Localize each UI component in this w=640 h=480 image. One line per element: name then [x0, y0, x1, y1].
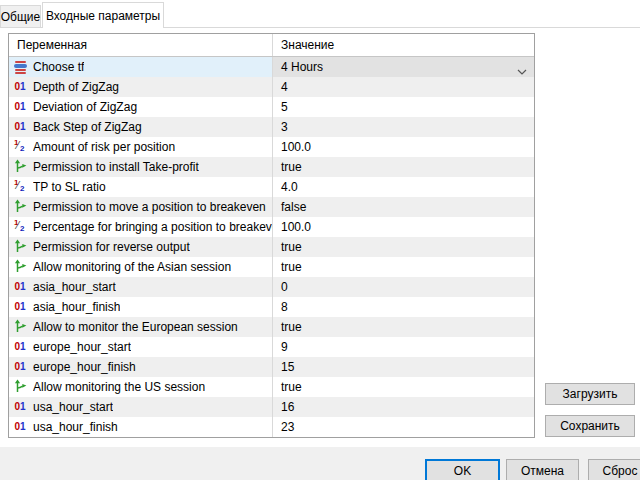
parameter-name: Allow to monitor the European session — [33, 320, 238, 334]
table-row[interactable]: Permission to move a position to breakev… — [9, 197, 534, 217]
parameter-name-cell: 1⁄2 Percentage for bringing a position t… — [9, 217, 273, 237]
parameter-value: 0 — [281, 280, 288, 294]
parameter-value-cell[interactable]: 4.0 — [273, 177, 534, 197]
parameter-name-cell: 01 Back Step of ZigZag — [9, 117, 273, 137]
parameter-name-cell: 01 Deviation of ZigZag — [9, 97, 273, 117]
parameter-value-cell[interactable]: 15 — [273, 357, 534, 377]
chevron-down-icon[interactable] — [517, 64, 527, 77]
table-row[interactable]: Permission to install Take-profit true — [9, 157, 534, 177]
parameter-value-cell[interactable]: 5 — [273, 97, 534, 117]
column-header-value: Значение — [273, 34, 534, 56]
parameter-value: 16 — [281, 400, 294, 414]
parameter-name: europe_hour_finish — [33, 360, 136, 374]
parameter-value-cell[interactable]: 9 — [273, 337, 534, 357]
table-row[interactable]: 01 usa_hour_start 16 — [9, 397, 534, 417]
double-parameter-icon: 1⁄2 — [13, 140, 27, 154]
table-row[interactable]: 01 Back Step of ZigZag 3 — [9, 117, 534, 137]
parameter-name: Back Step of ZigZag — [33, 120, 142, 134]
parameter-name-cell: 01 europe_hour_finish — [9, 357, 273, 377]
load-button[interactable]: Загрузить — [545, 383, 635, 405]
table-row[interactable]: 01 usa_hour_finish 23 — [9, 417, 534, 437]
parameter-name-cell: Allow monitoring the US session — [9, 377, 273, 397]
tab-strip: Общие Входные параметры — [0, 0, 640, 28]
table-row[interactable]: 01 asia_hour_start 0 — [9, 277, 534, 297]
parameter-value-cell[interactable]: 0 — [273, 277, 534, 297]
cancel-button[interactable]: Отмена — [506, 459, 579, 480]
integer-parameter-icon: 01 — [14, 422, 25, 432]
parameter-name-cell: 01 asia_hour_start — [9, 277, 273, 297]
tab-input-parameters[interactable]: Входные параметры — [42, 2, 164, 28]
column-header-variable: Переменная — [9, 34, 273, 56]
parameter-value-cell[interactable]: 100.0 — [273, 217, 534, 237]
parameter-value-cell[interactable]: 8 — [273, 297, 534, 317]
enum-parameter-icon — [14, 61, 27, 74]
save-button[interactable]: Сохранить — [545, 415, 635, 437]
table-row[interactable]: 1⁄2 TP to SL ratio 4.0 — [9, 177, 534, 197]
parameter-value: 23 — [281, 420, 294, 434]
table-row[interactable]: 01 asia_hour_finish 8 — [9, 297, 534, 317]
parameter-name: Choose tf — [33, 60, 84, 74]
table-row[interactable]: 01 Depth of ZigZag 4 — [9, 77, 534, 97]
integer-parameter-icon: 01 — [14, 82, 25, 92]
parameter-value: 8 — [281, 300, 288, 314]
parameter-value-cell[interactable]: true — [273, 237, 534, 257]
parameter-name: asia_hour_finish — [33, 300, 120, 314]
table-row[interactable]: 1⁄2 Percentage for bringing a position t… — [9, 217, 534, 237]
parameter-name: Deviation of ZigZag — [33, 100, 137, 114]
table-row[interactable]: 1⁄2 Amount of risk per position 100.0 — [9, 137, 534, 157]
integer-parameter-icon: 01 — [14, 122, 25, 132]
table-row[interactable]: Allow monitoring of the Asian session tr… — [9, 257, 534, 277]
table-row[interactable]: Choose tf 4 Hours — [9, 57, 534, 77]
parameter-name: Amount of risk per position — [33, 140, 175, 154]
parameter-name: Permission to move a position to breakev… — [33, 200, 266, 214]
table-row[interactable]: Allow monitoring the US session true — [9, 377, 534, 397]
tab-input-parameters-label: Входные параметры — [46, 9, 160, 23]
table-row[interactable]: 01 Deviation of ZigZag 5 — [9, 97, 534, 117]
parameter-value: 15 — [281, 360, 294, 374]
ok-button[interactable]: OK — [425, 459, 500, 480]
parameter-value-cell[interactable]: 100.0 — [273, 137, 534, 157]
table-row[interactable]: Permission for reverse output true — [9, 237, 534, 257]
parameters-table: Переменная Значение Choose tf 4 Hours 01… — [8, 33, 535, 438]
parameter-value-cell[interactable]: 23 — [273, 417, 534, 437]
parameter-value-cell[interactable]: 4 — [273, 77, 534, 97]
parameter-value-cell[interactable]: true — [273, 377, 534, 397]
table-row[interactable]: 01 europe_hour_finish 15 — [9, 357, 534, 377]
parameter-name: usa_hour_start — [33, 400, 113, 414]
parameter-value-cell[interactable]: false — [273, 197, 534, 217]
tab-common-label: Общие — [1, 10, 40, 24]
reset-button[interactable]: Сброс — [588, 459, 640, 480]
parameter-value: true — [281, 260, 302, 274]
bool-parameter-icon — [14, 319, 27, 336]
parameter-value: true — [281, 380, 302, 394]
parameter-name-cell: 01 europe_hour_start — [9, 337, 273, 357]
bool-parameter-icon — [14, 199, 27, 216]
integer-parameter-icon: 01 — [14, 402, 25, 412]
parameter-value: true — [281, 160, 302, 174]
reset-button-label: Сброс — [603, 464, 638, 478]
parameter-value: 5 — [281, 100, 288, 114]
parameter-name: Permission to install Take-profit — [33, 160, 199, 174]
cancel-button-label: Отмена — [521, 464, 564, 478]
table-row[interactable]: 01 europe_hour_start 9 — [9, 337, 534, 357]
tab-common[interactable]: Общие — [0, 5, 41, 27]
parameter-name: europe_hour_start — [33, 340, 131, 354]
parameter-name-cell: 01 asia_hour_finish — [9, 297, 273, 317]
parameter-name-cell: 01 usa_hour_start — [9, 397, 273, 417]
parameter-name: Allow monitoring the US session — [33, 380, 205, 394]
parameter-name-cell: 01 Depth of ZigZag — [9, 77, 273, 97]
parameter-value-cell[interactable]: true — [273, 257, 534, 277]
parameter-value-cell[interactable]: 16 — [273, 397, 534, 417]
parameter-name-cell: Allow monitoring of the Asian session — [9, 257, 273, 277]
parameter-name-cell: 01 usa_hour_finish — [9, 417, 273, 437]
parameter-name-cell: Permission to move a position to breakev… — [9, 197, 273, 217]
timeframe-dropdown[interactable]: 4 Hours — [273, 57, 534, 77]
parameter-value-cell[interactable]: true — [273, 157, 534, 177]
table-row[interactable]: Allow to monitor the European session tr… — [9, 317, 534, 337]
parameter-value-cell[interactable]: true — [273, 317, 534, 337]
ok-button-label: OK — [454, 464, 471, 478]
parameter-value-cell[interactable]: 3 — [273, 117, 534, 137]
parameter-value: true — [281, 320, 302, 334]
table-header: Переменная Значение — [9, 34, 534, 57]
bool-parameter-icon — [14, 159, 27, 176]
